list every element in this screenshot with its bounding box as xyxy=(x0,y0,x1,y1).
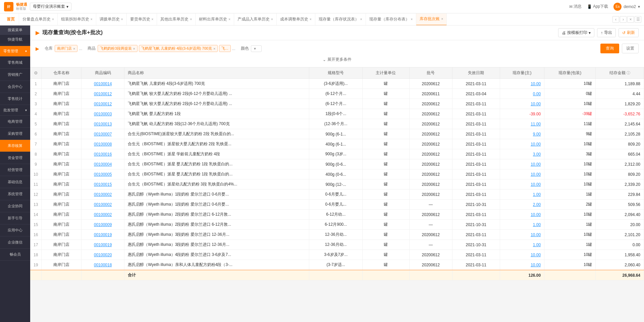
cell-qty-main[interactable]: 10.00 xyxy=(500,159,544,169)
tab-chengben[interactable]: 成本调整单历史 × xyxy=(277,13,315,25)
cell-code[interactable]: 00100002 xyxy=(82,200,124,210)
sidebar-item-wholesale[interactable]: 批发管理 ▾ xyxy=(0,105,30,116)
cell-code[interactable]: 00100003 xyxy=(82,109,124,119)
sidebar-item-finance[interactable]: 资金管理 xyxy=(0,152,30,164)
tab-xiancunfenbu[interactable]: 现存量（库存分布表）× xyxy=(366,13,417,25)
color-dropdown-arrow[interactable]: ▾ xyxy=(251,45,262,52)
sidebar-item-basic-info[interactable]: 基础信息 xyxy=(0,176,30,188)
sidebar-item-purchase[interactable]: 采购管理 xyxy=(0,128,30,140)
close-icon[interactable]: × xyxy=(310,17,312,21)
tab-diaobodan[interactable]: 调拨单历史 × xyxy=(96,13,127,25)
search-button[interactable]: 查询 xyxy=(600,44,619,53)
sidebar-item-enterprise-wechat[interactable]: 企业微信 xyxy=(0,236,30,249)
org-selector[interactable]: 母婴行业演示账套 ▾ xyxy=(30,3,71,10)
tab-xiancunzhuangtai[interactable]: 现存量（库存状况表）× xyxy=(315,13,366,25)
sidebar-item-enterprise[interactable]: 企业协同 xyxy=(0,200,30,212)
close-icon[interactable]: × xyxy=(360,17,362,21)
sidebar-item-inventory[interactable]: 库存核算 xyxy=(0,140,30,152)
remove-warehouse-icon[interactable]: × xyxy=(73,47,75,51)
nav-close-icon[interactable]: × xyxy=(627,16,634,23)
close-icon[interactable]: × xyxy=(228,17,230,21)
cell-code[interactable]: 00100008 xyxy=(82,139,124,149)
sidebar-item-retail-mgmt[interactable]: 零售管理 ▾ xyxy=(0,46,30,57)
remove-product2-icon[interactable]: × xyxy=(213,47,215,51)
cell-qty-main[interactable]: 10.00 xyxy=(500,99,544,109)
sidebar-item-changhui[interactable]: 畅会员 xyxy=(0,249,30,261)
sidebar-item-retail-shop[interactable]: 零售商城 xyxy=(0,57,30,69)
cell-code[interactable]: 00100019 xyxy=(82,230,124,240)
messages-button[interactable]: ✉ 消息 xyxy=(569,4,582,9)
cell-qty-main[interactable]: 11.00 xyxy=(500,119,544,129)
product-tag-1[interactable]: 飞鹤奶粉3段两提装 × xyxy=(98,45,138,52)
cell-code[interactable]: 00100019 xyxy=(82,240,124,250)
sidebar-item-sys-mgmt[interactable]: 系统管理 xyxy=(0,188,30,200)
cell-code[interactable]: 00100002 xyxy=(82,210,124,220)
sidebar-item-marketing[interactable]: 营销推广 xyxy=(0,69,30,81)
close-icon[interactable]: × xyxy=(52,17,54,21)
tab-home[interactable]: 首页 xyxy=(3,13,19,25)
close-icon[interactable]: × xyxy=(271,17,273,21)
cell-code[interactable]: 00100012 xyxy=(82,99,124,109)
cell-code[interactable]: 00100002 xyxy=(82,190,124,200)
cell-code[interactable]: 00100012 xyxy=(82,89,124,99)
quick-nav-item[interactable]: 快捷导航 xyxy=(0,35,30,44)
cell-qty-main[interactable]: 10.00 xyxy=(500,179,544,190)
app-download-button[interactable]: 📱 App下载 xyxy=(587,4,608,9)
cell-qty-main[interactable]: 10.00 xyxy=(500,250,544,260)
cell-qty-main[interactable]: 10.00 xyxy=(500,169,544,179)
close-icon[interactable]: × xyxy=(121,17,123,21)
cell-qty-main[interactable]: 9.00 xyxy=(500,129,544,139)
cell-qty-main[interactable]: 10.00 xyxy=(500,139,544,149)
cell-code[interactable]: 00100005 xyxy=(82,169,124,179)
cell-qty-main[interactable]: 1.00 xyxy=(500,190,544,200)
cell-code[interactable]: 00100016 xyxy=(82,149,124,159)
close-icon[interactable]: × xyxy=(190,17,192,21)
sidebar-item-retail-stats[interactable]: 零售统计 xyxy=(0,93,30,105)
cell-qty-main[interactable]: 10.00 xyxy=(500,79,544,89)
cell-qty-main[interactable]: 10.00 xyxy=(500,210,544,220)
cell-qty-main[interactable]: 3.00 xyxy=(500,149,544,159)
cell-code[interactable]: 00100015 xyxy=(82,179,124,190)
cell-qty-main[interactable]: 2.00 xyxy=(500,200,544,210)
search-menu-item[interactable]: 搜索菜单 xyxy=(0,25,30,35)
nav-menu-icon[interactable]: ☰ xyxy=(635,16,641,23)
tab-cailiaochuku[interactable]: 材料出库单历史 × xyxy=(196,13,234,25)
cell-qty-main[interactable]: 0.00 xyxy=(500,89,544,99)
tab-kucunpici[interactable]: 库存批次账 × xyxy=(416,13,447,25)
user-area[interactable]: Ea demo2 ▾ xyxy=(613,3,640,11)
more-dots[interactable]: ... xyxy=(79,46,82,51)
sidebar-item-member[interactable]: 会员中心 xyxy=(0,81,30,93)
sidebar-item-app-center[interactable]: 应用中心 xyxy=(0,224,30,236)
tab-yaohuo[interactable]: 要货单历史 × xyxy=(127,13,157,25)
gear-icon[interactable]: ⚙ xyxy=(34,70,38,75)
close-icon[interactable]: × xyxy=(91,17,93,21)
cell-code[interactable]: 00100014 xyxy=(82,79,124,89)
cell-qty-main[interactable]: 1.00 xyxy=(500,220,544,230)
setting-button[interactable]: 设置 xyxy=(622,44,639,53)
tab-chanpin[interactable]: 产成品入库单历史 × xyxy=(234,13,277,25)
cell-code[interactable]: 00100009 xyxy=(82,220,124,230)
sidebar-item-operations[interactable]: 经营管理 xyxy=(0,164,30,176)
tab-qitachuku[interactable]: 其他出库单历史 × xyxy=(157,13,196,25)
tab-fenliangpandian[interactable]: 分量盘点单历史 × xyxy=(19,13,58,25)
cell-qty-main[interactable]: 10.00 xyxy=(500,260,544,270)
expand-more-conditions[interactable]: ⌄ 展开更多条件 xyxy=(36,55,639,64)
cell-qty-main[interactable]: 1.00 xyxy=(500,240,544,250)
product-tag-more[interactable]: 飞... xyxy=(219,45,230,52)
tab-zuzhuangchai[interactable]: 组装拆卸单历史 × xyxy=(58,13,96,25)
filter-expand-arrow[interactable]: ▶ xyxy=(36,46,39,51)
sidebar-item-newbie[interactable]: 新手引导 xyxy=(0,212,30,224)
close-icon[interactable]: × xyxy=(441,17,443,21)
cell-code[interactable]: 00100007 xyxy=(82,129,124,139)
cell-qty-main[interactable]: 10.00 xyxy=(500,230,544,240)
info-icon[interactable]: ⓘ xyxy=(627,71,630,75)
refresh-button[interactable]: ↺ 刷新 xyxy=(619,28,639,37)
close-icon[interactable]: × xyxy=(152,17,154,21)
warehouse-tag-nanandian[interactable]: 南岸门店 × xyxy=(55,45,77,52)
nav-next-arrow[interactable]: › xyxy=(620,16,627,23)
cell-code[interactable]: 00100013 xyxy=(82,119,124,129)
cell-code[interactable]: 00100004 xyxy=(82,159,124,169)
sidebar-item-ecommerce[interactable]: 电商管理 xyxy=(0,116,30,128)
cell-code[interactable]: 00100018 xyxy=(82,260,124,270)
nav-prev-arrow[interactable]: ‹ xyxy=(612,16,619,23)
